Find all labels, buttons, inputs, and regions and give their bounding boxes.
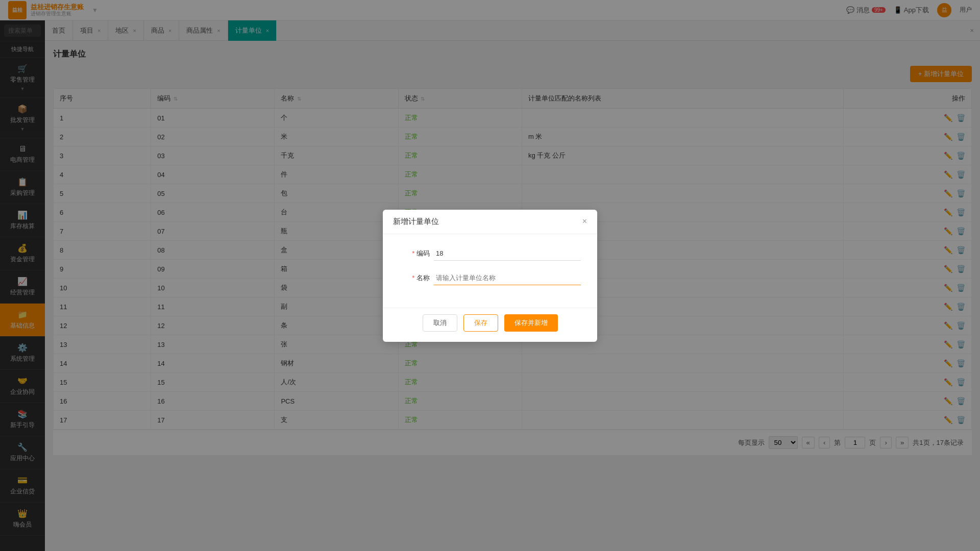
modal-overlay[interactable]: 新增计量单位 × 编码 名称 取消 保存 保存并新增 <box>0 0 980 551</box>
code-input[interactable] <box>434 246 581 261</box>
save-button[interactable]: 保存 <box>463 314 498 332</box>
modal-title: 新增计量单位 <box>393 217 439 227</box>
name-label: 名称 <box>399 273 430 283</box>
save-and-new-button[interactable]: 保存并新增 <box>504 314 558 332</box>
form-row-name: 名称 <box>399 271 581 285</box>
modal-header: 新增计量单位 × <box>383 210 597 234</box>
code-label: 编码 <box>399 249 430 258</box>
modal-body: 编码 名称 <box>383 234 597 308</box>
modal-footer: 取消 保存 保存并新增 <box>383 308 597 342</box>
add-unit-modal: 新增计量单位 × 编码 名称 取消 保存 保存并新增 <box>383 210 597 342</box>
cancel-button[interactable]: 取消 <box>423 314 457 332</box>
modal-close-button[interactable]: × <box>582 217 587 226</box>
form-row-code: 编码 <box>399 246 581 261</box>
name-input[interactable] <box>434 271 581 285</box>
